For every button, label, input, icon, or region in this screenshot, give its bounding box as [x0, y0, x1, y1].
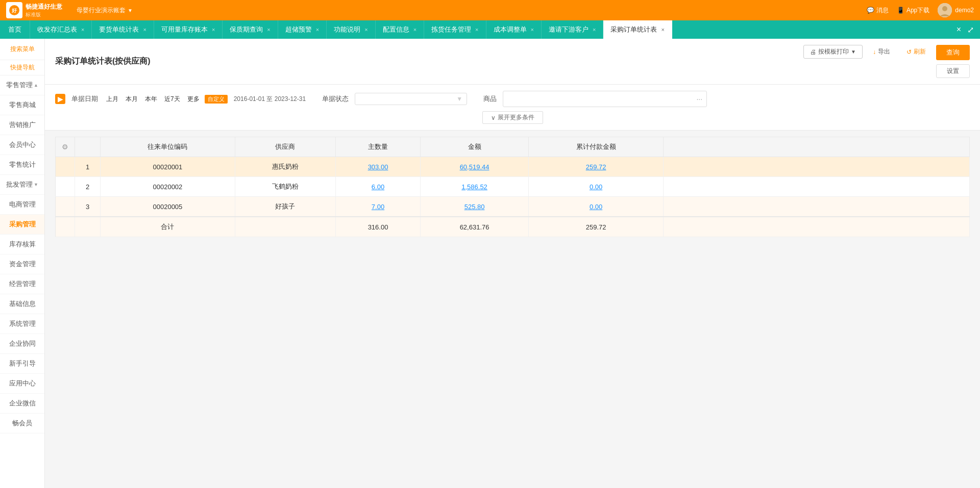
- nav-tab-caigou-active[interactable]: 采购订单统计表 ×: [603, 20, 672, 39]
- shortcut-last-month[interactable]: 上月: [104, 94, 120, 105]
- tab-label: 成本调整单: [494, 25, 527, 34]
- sidebar-item-inventory[interactable]: 库存核算: [0, 235, 44, 254]
- more-icon[interactable]: ···: [696, 95, 702, 103]
- qty-link[interactable]: 303.00: [368, 163, 388, 171]
- nav-tab-chengben[interactable]: 成本调整单 ×: [486, 20, 542, 39]
- table-settings-icon[interactable]: ⚙: [62, 143, 68, 151]
- nav-tab-jianhuo[interactable]: 拣货任务管理 ×: [424, 20, 486, 39]
- workspace-selector[interactable]: 母婴行业演示账套 ▼: [77, 6, 133, 15]
- amount-link[interactable]: 1,586.52: [461, 183, 487, 191]
- top-bar-left: 好 畅捷通好生意 标准版 母婴行业演示账套 ▼: [6, 2, 133, 18]
- paid-link[interactable]: 0.00: [590, 203, 602, 211]
- nav-tab-gongneng[interactable]: 功能说明 ×: [327, 20, 375, 39]
- sidebar-item-purchase[interactable]: 采购管理: [0, 215, 44, 235]
- sidebar-item-finance[interactable]: 资金管理: [0, 254, 44, 274]
- qty-link[interactable]: 7.00: [372, 203, 384, 211]
- custom-badge[interactable]: 自定义: [205, 95, 228, 104]
- paid-link[interactable]: 259.72: [586, 163, 606, 171]
- search-menu-button[interactable]: 搜索菜单: [4, 43, 40, 56]
- username: demo2: [955, 7, 974, 14]
- column-header-seq: [75, 137, 101, 157]
- refresh-button[interactable]: ↺ 刷新: [900, 45, 932, 58]
- shortcut-7days[interactable]: 近7天: [162, 94, 182, 105]
- sidebar-item-basic-info[interactable]: 基础信息: [0, 294, 44, 314]
- sidebar-item-enterprise-collab[interactable]: 企业协同: [0, 334, 44, 354]
- query-button[interactable]: 查询: [936, 45, 970, 60]
- nav-tab-shofazun[interactable]: 收发存汇总表 ×: [30, 20, 92, 39]
- quick-nav-button[interactable]: 快捷导航: [10, 64, 35, 71]
- nav-tab-peizhi[interactable]: 配置信息 ×: [376, 20, 424, 39]
- close-icon[interactable]: ×: [212, 27, 215, 33]
- print-button[interactable]: 🖨 按模板打印 ▼: [803, 45, 863, 59]
- message-icon: 💬: [867, 7, 874, 14]
- sidebar-item-marketing[interactable]: 营销推广: [0, 115, 44, 135]
- row-extra: [664, 197, 970, 217]
- content-area: 采购订单统计表(按供应商) 🖨 按模板打印 ▼ ↓ 导出: [45, 39, 980, 488]
- column-header-settings[interactable]: ⚙: [56, 137, 75, 157]
- export-button[interactable]: ↓ 导出: [867, 45, 896, 58]
- goods-input[interactable]: [507, 93, 696, 105]
- sidebar-item-members[interactable]: 会员中心: [0, 135, 44, 155]
- filter-toggle-button[interactable]: ▶: [55, 94, 65, 104]
- shortcut-this-year[interactable]: 本年: [143, 94, 159, 105]
- shortcut-more[interactable]: 更多: [185, 94, 202, 105]
- sidebar-item-retail-stats[interactable]: 零售统计: [0, 155, 44, 175]
- amount-link[interactable]: 60,519.44: [460, 163, 489, 171]
- sidebar-item-retail-mgmt[interactable]: 零售管理 ▲: [0, 75, 44, 95]
- table-row[interactable]: 1 00020001 惠氏奶粉 303.00 60,519.44 259.72: [56, 157, 970, 177]
- expand-conditions-button[interactable]: ∨ 展开更多条件: [482, 111, 543, 124]
- user-area[interactable]: demo2: [938, 3, 974, 17]
- close-icon[interactable]: ×: [267, 27, 270, 33]
- close-icon[interactable]: ×: [316, 27, 319, 33]
- sidebar-item-system[interactable]: 系统管理: [0, 314, 44, 334]
- nav-tab-yaoqing[interactable]: 邀请下游客户 ×: [542, 20, 603, 39]
- close-icon[interactable]: ×: [143, 27, 146, 33]
- select-arrow-icon: ▼: [456, 95, 462, 102]
- sidebar-item-members-vip[interactable]: 畅会员: [0, 414, 44, 433]
- nav-tab-baozhi[interactable]: 保质期查询 ×: [223, 20, 278, 39]
- close-icon[interactable]: ×: [413, 27, 416, 33]
- row-code: 00020002: [101, 177, 235, 197]
- sidebar-item-wholesale[interactable]: 批发管理 ▼: [0, 175, 44, 195]
- nav-home[interactable]: 首页: [0, 20, 30, 39]
- message-button[interactable]: 💬 消息: [867, 6, 889, 15]
- table-row[interactable]: 3 00020005 好孩子 7.00 525.80 0.00: [56, 197, 970, 217]
- date-label: 单据日期: [71, 94, 98, 104]
- nav-tab-keyongliang[interactable]: 可用量库存账本 ×: [154, 20, 223, 39]
- close-tab-icon[interactable]: ×: [954, 24, 963, 35]
- row-settings: [56, 157, 75, 177]
- download-icon: 📱: [897, 7, 904, 14]
- quick-nav-section: 快捷导航: [0, 60, 44, 75]
- sidebar-item-operations[interactable]: 经营管理: [0, 274, 44, 294]
- table-row[interactable]: 2 00020002 飞鹤奶粉 6.00 1,586.52 0.00: [56, 177, 970, 197]
- amount-link[interactable]: 525.80: [464, 203, 485, 211]
- qty-link[interactable]: 6.00: [372, 183, 384, 191]
- close-icon[interactable]: ×: [475, 27, 478, 33]
- row-code: 00020001: [101, 157, 235, 177]
- table-header-row: ⚙ 往来单位编码 供应商 主数量 金额 累计付款金额: [56, 137, 970, 157]
- footer-supplier: [235, 217, 335, 237]
- svg-point-3: [942, 6, 947, 11]
- shortcut-this-month[interactable]: 本月: [124, 94, 140, 105]
- close-icon[interactable]: ×: [81, 27, 84, 33]
- sidebar-item-ecommerce[interactable]: 电商管理: [0, 195, 44, 215]
- sidebar-item-newbie[interactable]: 新手引导: [0, 354, 44, 374]
- close-icon[interactable]: ×: [661, 27, 664, 33]
- logo-icon: 好: [6, 2, 22, 18]
- app-download-button[interactable]: 📱 App下载: [897, 6, 929, 15]
- nav-tab-yaohuo[interactable]: 要货单统计表 ×: [92, 20, 154, 39]
- sidebar-item-app-center[interactable]: 应用中心: [0, 374, 44, 394]
- maximize-icon[interactable]: ⤢: [965, 24, 976, 36]
- app-download-label: App下载: [906, 6, 929, 15]
- nav-tab-chaochuyujing[interactable]: 超储预警 ×: [278, 20, 327, 39]
- settings-button[interactable]: 设置: [936, 64, 970, 78]
- status-select[interactable]: ▼: [355, 93, 467, 105]
- tab-label: 保质期查询: [230, 25, 263, 34]
- sidebar-item-enterprise-wechat[interactable]: 企业微信: [0, 394, 44, 414]
- top-bar: 好 畅捷通好生意 标准版 母婴行业演示账套 ▼ 💬 消息 📱 App下载 dem…: [0, 0, 980, 20]
- close-icon[interactable]: ×: [593, 27, 596, 33]
- paid-link[interactable]: 0.00: [590, 183, 602, 191]
- sidebar-item-retail-mall[interactable]: 零售商城: [0, 95, 44, 115]
- close-icon[interactable]: ×: [531, 27, 534, 33]
- close-icon[interactable]: ×: [364, 27, 368, 33]
